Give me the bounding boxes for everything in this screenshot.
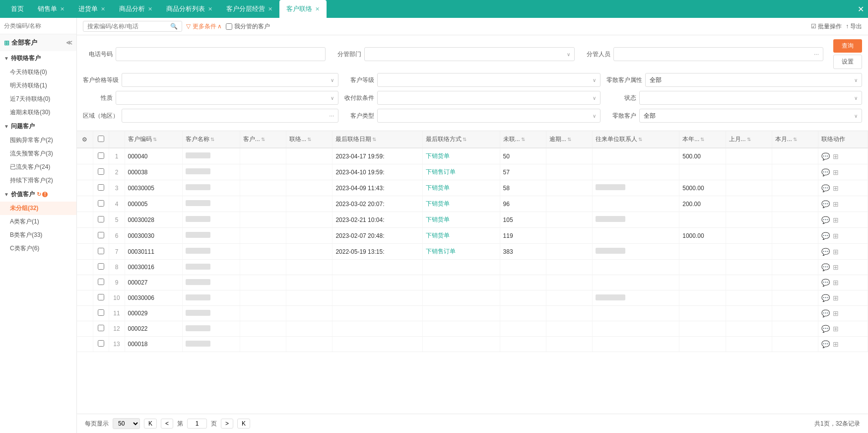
search-icon[interactable]: 🔍 bbox=[170, 23, 178, 30]
more-action-icon[interactable]: ⊞ bbox=[833, 152, 839, 160]
more-icon[interactable]: ··· bbox=[814, 51, 819, 58]
more-action-icon[interactable]: ⊞ bbox=[833, 294, 839, 302]
contact-icon[interactable]: 💬 bbox=[821, 168, 830, 176]
contact-icon[interactable]: 💬 bbox=[821, 325, 830, 333]
row-checkbox[interactable] bbox=[98, 263, 104, 270]
row-checkbox[interactable] bbox=[98, 248, 104, 254]
phone-input[interactable] bbox=[116, 47, 326, 61]
refresh-icon[interactable]: ↻ bbox=[37, 191, 41, 198]
payment-select[interactable]: ∨ bbox=[377, 91, 600, 105]
contact-icon[interactable]: 💬 bbox=[821, 200, 830, 208]
row-checkbox[interactable] bbox=[98, 168, 104, 175]
col-not-contacted[interactable]: 未联... bbox=[500, 131, 546, 148]
more-conditions-button[interactable]: ▽ 更多条件 ∧ bbox=[186, 22, 222, 31]
row-checkbox[interactable] bbox=[98, 309, 104, 316]
col-last-month[interactable]: 上月... bbox=[726, 131, 772, 148]
sidebar-group-problem-customers[interactable]: ▼ 问题客户 bbox=[0, 119, 76, 134]
sidebar-item-hoard-abnormal[interactable]: 囤购异常客户(2) bbox=[0, 134, 76, 147]
sidebar-item-type-a[interactable]: A类客户(1) bbox=[0, 215, 76, 228]
settings-icon[interactable]: ⚙ bbox=[82, 136, 87, 143]
batch-operation-button[interactable]: ☑ 批量操作 bbox=[811, 22, 842, 31]
tab-purchase-order[interactable]: 进货单 ✕ bbox=[71, 0, 112, 18]
contact-way-link[interactable]: 下销货单 bbox=[426, 232, 450, 239]
region-select[interactable]: ··· bbox=[122, 109, 338, 123]
row-checkbox[interactable] bbox=[98, 152, 104, 159]
close-icon[interactable]: ✕ bbox=[268, 6, 272, 12]
sidebar-item-declining[interactable]: 持续下滑客户(2) bbox=[0, 174, 76, 187]
contact-way-link[interactable]: 下销货单 bbox=[426, 216, 450, 223]
sidebar-item-tomorrow-pending[interactable]: 明天待联络(1) bbox=[0, 79, 76, 92]
more-action-icon[interactable]: ⊞ bbox=[833, 216, 839, 224]
sidebar-item-type-b[interactable]: B类客户(33) bbox=[0, 228, 76, 242]
page-number-input[interactable] bbox=[187, 419, 207, 429]
page-size-select[interactable]: 50 20 100 bbox=[113, 418, 140, 429]
close-icon[interactable]: ✕ bbox=[208, 6, 212, 12]
row-checkbox[interactable] bbox=[98, 184, 104, 191]
last-page-button[interactable]: K bbox=[237, 419, 250, 429]
sidebar-all-customers[interactable]: ⊞ 全部客户 ≪ bbox=[0, 34, 76, 51]
person-select[interactable]: ··· bbox=[613, 47, 823, 61]
tab-product-analysis[interactable]: 商品分析 ✕ bbox=[112, 0, 159, 18]
more-action-icon[interactable]: ⊞ bbox=[833, 184, 839, 192]
status-select[interactable]: ∨ bbox=[639, 91, 862, 105]
sidebar-item-ungroup[interactable]: 未分组(32) bbox=[0, 202, 76, 215]
contact-icon[interactable]: 💬 bbox=[821, 263, 830, 271]
sidebar-item-today-pending[interactable]: 今天待联络(0) bbox=[0, 66, 76, 79]
col-contact[interactable]: 联络... bbox=[286, 131, 333, 148]
window-close-button[interactable]: ✕ bbox=[858, 4, 864, 14]
tab-home[interactable]: 首页 bbox=[4, 0, 31, 18]
row-checkbox[interactable] bbox=[98, 325, 104, 331]
contact-icon[interactable]: 💬 bbox=[821, 216, 830, 224]
close-icon[interactable]: ✕ bbox=[148, 6, 152, 12]
tab-sales-order[interactable]: 销售单 ✕ bbox=[31, 0, 71, 18]
sidebar-item-overdue-contact[interactable]: 逾期未联络(30) bbox=[0, 106, 76, 119]
tab-customer-segment[interactable]: 客户分层经营 ✕ bbox=[219, 0, 279, 18]
col-unit-contact[interactable]: 往来单位联系人 bbox=[593, 131, 679, 148]
contact-icon[interactable]: 💬 bbox=[821, 340, 830, 348]
col-this-year[interactable]: 本年... bbox=[679, 131, 726, 148]
more-icon[interactable]: ··· bbox=[329, 112, 334, 119]
customer-level-select[interactable]: ∨ bbox=[377, 73, 600, 87]
sidebar-item-churned[interactable]: 已流失客户(24) bbox=[0, 160, 76, 174]
col-overdue[interactable]: 逾期... bbox=[546, 131, 592, 148]
contact-way-link[interactable]: 下销货单 bbox=[426, 152, 450, 159]
select-all-checkbox[interactable] bbox=[98, 136, 104, 142]
collapse-icon[interactable]: ≪ bbox=[66, 39, 72, 46]
col-customer-type[interactable]: 客户... bbox=[240, 131, 286, 148]
sidebar-search-input[interactable] bbox=[4, 22, 77, 29]
contact-way-link[interactable]: 下销货单 bbox=[426, 184, 450, 191]
col-customer-code[interactable]: 客户编码 bbox=[125, 131, 182, 148]
row-checkbox[interactable] bbox=[98, 232, 104, 238]
row-checkbox[interactable] bbox=[98, 340, 104, 347]
contact-way-link[interactable]: 下销售订单 bbox=[426, 168, 456, 175]
contact-way-link[interactable]: 下销售订单 bbox=[426, 248, 456, 255]
col-this-month[interactable]: 本月... bbox=[772, 131, 818, 148]
prev-page-button[interactable]: < bbox=[161, 419, 173, 429]
dept-select[interactable]: ∨ bbox=[364, 47, 574, 61]
sidebar-item-type-c[interactable]: C类客户(6) bbox=[0, 242, 76, 255]
contact-icon[interactable]: 💬 bbox=[821, 279, 830, 287]
close-icon[interactable]: ✕ bbox=[101, 6, 105, 12]
sidebar-group-value-customers[interactable]: ▼ 价值客户 ↻ ! bbox=[0, 187, 76, 202]
customer-type-select[interactable]: ∨ bbox=[377, 109, 600, 123]
row-checkbox[interactable] bbox=[98, 294, 104, 300]
nature-select[interactable]: ∨ bbox=[116, 91, 338, 105]
contact-icon[interactable]: 💬 bbox=[821, 232, 830, 240]
retail-customer-select[interactable]: 全部 ∨ bbox=[639, 109, 862, 123]
row-checkbox[interactable] bbox=[98, 279, 104, 285]
row-checkbox[interactable] bbox=[98, 216, 104, 222]
row-checkbox[interactable] bbox=[98, 200, 104, 207]
retail-attr-select[interactable]: 全部 ∨ bbox=[645, 73, 862, 87]
price-level-select[interactable]: ∨ bbox=[122, 73, 338, 87]
contact-icon[interactable]: 💬 bbox=[821, 184, 830, 192]
close-icon[interactable]: ✕ bbox=[315, 6, 320, 12]
more-action-icon[interactable]: ⊞ bbox=[833, 200, 839, 208]
more-action-icon[interactable]: ⊞ bbox=[833, 309, 839, 317]
sidebar-item-churn-warning[interactable]: 流失预警客户(3) bbox=[0, 147, 76, 160]
more-action-icon[interactable]: ⊞ bbox=[833, 325, 839, 333]
sidebar-item-7days-pending[interactable]: 近7天待联络(0) bbox=[0, 92, 76, 106]
sidebar-group-pending-contact[interactable]: ▼ 待联络客户 bbox=[0, 51, 76, 66]
query-button[interactable]: 查询 bbox=[833, 39, 862, 53]
next-page-button[interactable]: > bbox=[221, 419, 233, 429]
first-page-button[interactable]: K bbox=[144, 419, 157, 429]
